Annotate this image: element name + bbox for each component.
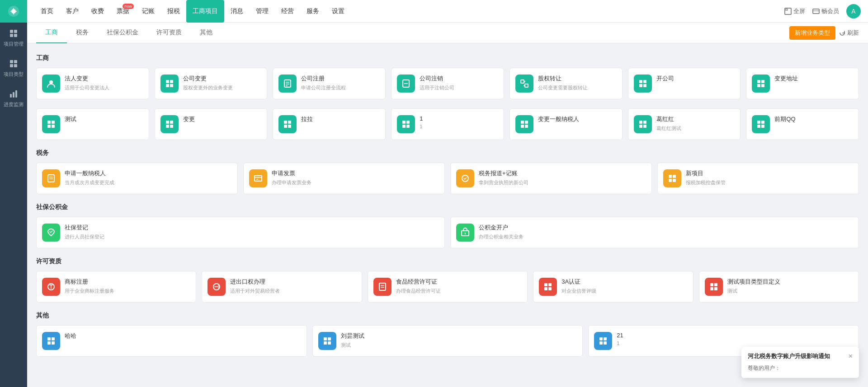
topnav: 首页 客户 收费 票据 new 记账 报税 工商项目 消息 管理 经营 服务 设… bbox=[27, 0, 868, 23]
ge-honghong-icon bbox=[634, 115, 652, 133]
nav-tax[interactable]: 报税 bbox=[161, 0, 186, 23]
svg-rect-97 bbox=[328, 341, 331, 345]
card-test-project-type[interactable]: 测试项目类型目定义 测试 bbox=[699, 271, 859, 303]
svg-rect-61 bbox=[761, 121, 764, 124]
nav-billing[interactable]: 收费 bbox=[85, 0, 110, 23]
sidebar-item-project-type[interactable]: 项目类型 bbox=[0, 53, 27, 83]
card-ge-honghong[interactable]: 葛红红 葛红红测试 bbox=[628, 108, 741, 140]
card-provident-fund-account[interactable]: 公积金开户 办理公积金相关业务 bbox=[450, 217, 859, 248]
company-change-title: 公司变更 bbox=[183, 75, 262, 83]
tab-industry[interactable]: 工商 bbox=[36, 23, 67, 43]
card-one[interactable]: 1 1 bbox=[391, 108, 504, 140]
ge-honghong-desc: 葛红红测试 bbox=[656, 125, 735, 132]
card-apply-general-taxpayer[interactable]: 申请一般纳税人 当月或次月成变更完成 bbox=[36, 163, 238, 194]
card-change-address[interactable]: 变更地址 bbox=[746, 68, 859, 99]
topnav-right: 全屏 畅会员 A bbox=[784, 4, 861, 19]
svg-rect-29 bbox=[643, 80, 646, 83]
3a-certification-icon bbox=[539, 278, 557, 296]
industry-cards-row2: 测试 变更 bbox=[36, 108, 859, 140]
card-company-register[interactable]: 公司注册 申请公司注册全流程 bbox=[273, 68, 386, 99]
svg-rect-67 bbox=[255, 176, 262, 181]
test-title: 测试 bbox=[65, 115, 143, 123]
card-open-company[interactable]: 开公司 bbox=[628, 68, 741, 99]
card-pre-qq[interactable]: 前期QQ bbox=[746, 108, 859, 140]
import-export-title: 进出口权办理 bbox=[230, 278, 356, 286]
open-company-title: 开公司 bbox=[656, 75, 735, 83]
card-test[interactable]: 测试 bbox=[36, 108, 149, 140]
nav-industry[interactable]: 工商项目 bbox=[186, 0, 224, 23]
twenty-one-desc: 1 bbox=[617, 340, 853, 346]
tab-social-security[interactable]: 社保公积金 bbox=[98, 23, 147, 43]
card-new-project[interactable]: 新项目 报税加税控盘保管 bbox=[657, 163, 859, 194]
card-food-license[interactable]: 食品经营许可证 办理食品经营许可证 bbox=[368, 271, 528, 303]
card-change-general-taxpayer[interactable]: 变更一般纳税人 bbox=[509, 108, 623, 140]
nav-message[interactable]: 消息 bbox=[224, 0, 250, 23]
progress-monitor-icon bbox=[8, 89, 19, 99]
pre-qq-title: 前期QQ bbox=[774, 115, 853, 123]
svg-rect-82 bbox=[544, 283, 547, 286]
nav-management[interactable]: 管理 bbox=[250, 0, 275, 23]
nav-accounting[interactable]: 记账 bbox=[136, 0, 161, 23]
card-change[interactable]: 变更 bbox=[155, 108, 268, 140]
card-legal-change[interactable]: 法人变更 适用于公司变更法人 bbox=[36, 68, 149, 99]
svg-rect-57 bbox=[643, 121, 646, 124]
scroll-content: 工商 法人变更 适用于公司变更法人 bbox=[27, 43, 868, 387]
new-project-icon bbox=[663, 169, 681, 187]
svg-rect-53 bbox=[525, 121, 528, 124]
card-3a-certification[interactable]: 3A认证 对企业信誉评级 bbox=[533, 271, 693, 303]
svg-rect-16 bbox=[166, 80, 169, 83]
refresh-button[interactable]: 刷新 bbox=[839, 29, 859, 37]
one-icon bbox=[397, 115, 415, 133]
sidebar-logo[interactable] bbox=[0, 0, 27, 23]
card-equity-transfer[interactable]: 股权转让 公司变更需要股权转让 bbox=[509, 68, 623, 99]
liu-pei-test-title: 刘昙测试 bbox=[341, 332, 577, 340]
pre-qq-icon bbox=[752, 115, 770, 133]
svg-rect-79 bbox=[379, 283, 386, 290]
other-cards: 哈哈 刘昙测试 测试 bbox=[36, 325, 859, 357]
equity-transfer-icon bbox=[515, 75, 533, 93]
svg-rect-91 bbox=[52, 337, 55, 340]
card-apply-invoice[interactable]: 申请发票 办理申请发票业务 bbox=[243, 163, 445, 194]
content-area: 工商 税务 社保公积金 许可资质 其他 新增业务类型 刷新 bbox=[27, 23, 868, 387]
card-tax-report-accounting[interactable]: 税务报道+记账 拿到营业执照的新公司 bbox=[450, 163, 652, 194]
card-company-change[interactable]: 公司变更 股权变更外的业务变更 bbox=[155, 68, 268, 99]
tabs-bar: 工商 税务 社保公积金 许可资质 其他 新增业务类型 刷新 bbox=[27, 23, 868, 43]
tab-other[interactable]: 其他 bbox=[191, 23, 222, 43]
card-liu-pei-test[interactable]: 刘昙测试 测试 bbox=[312, 325, 583, 357]
card-social-security-register[interactable]: 社保登记 进行人员社保登记 bbox=[36, 217, 445, 248]
svg-rect-73 bbox=[669, 179, 672, 182]
sidebar-item-progress-monitor[interactable]: 进度监测 bbox=[0, 83, 27, 113]
haha-title: 哈哈 bbox=[65, 332, 301, 340]
add-type-button[interactable]: 新增业务类型 bbox=[789, 26, 835, 40]
notification-close-button[interactable]: × bbox=[849, 352, 853, 360]
nav-ticket[interactable]: 票据 new bbox=[110, 0, 136, 23]
card-import-export[interactable]: 进出口权办理 适用于对外贸易经营者 bbox=[202, 271, 362, 303]
svg-rect-17 bbox=[170, 80, 173, 83]
lala-title: 拉拉 bbox=[301, 115, 380, 123]
svg-rect-52 bbox=[521, 121, 524, 124]
avatar[interactable]: A bbox=[846, 4, 861, 19]
svg-rect-100 bbox=[599, 341, 603, 345]
card-lala[interactable]: 拉拉 bbox=[273, 108, 386, 140]
svg-rect-28 bbox=[639, 80, 642, 83]
card-haha[interactable]: 哈哈 bbox=[36, 325, 307, 357]
nav-customer[interactable]: 客户 bbox=[60, 0, 85, 23]
one-desc: 1 bbox=[420, 124, 498, 129]
tab-tax[interactable]: 税务 bbox=[67, 23, 98, 43]
nav-operation[interactable]: 经营 bbox=[275, 0, 300, 23]
tabs-left: 工商 税务 社保公积金 许可资质 其他 bbox=[36, 23, 222, 43]
company-register-desc: 申请公司注册全流程 bbox=[301, 84, 380, 91]
card-trademark-register[interactable]: 商标注册 用于企业商标注册服务 bbox=[36, 271, 196, 303]
card-company-cancel[interactable]: 公司注销 适用于注销公司 bbox=[391, 68, 504, 99]
svg-rect-46 bbox=[284, 125, 287, 128]
nav-home[interactable]: 首页 bbox=[34, 0, 60, 23]
company-cancel-title: 公司注销 bbox=[420, 75, 498, 83]
nav-settings[interactable]: 设置 bbox=[326, 0, 351, 23]
nav-service[interactable]: 服务 bbox=[300, 0, 326, 23]
change-icon bbox=[160, 115, 179, 133]
tab-license[interactable]: 许可资质 bbox=[147, 23, 191, 43]
sidebar-item-project-mgmt[interactable]: 项目管理 bbox=[0, 23, 27, 53]
member-btn[interactable]: 畅会员 bbox=[812, 7, 839, 15]
one-title: 1 bbox=[420, 115, 498, 122]
fullscreen-btn[interactable]: 全屏 bbox=[784, 7, 805, 15]
